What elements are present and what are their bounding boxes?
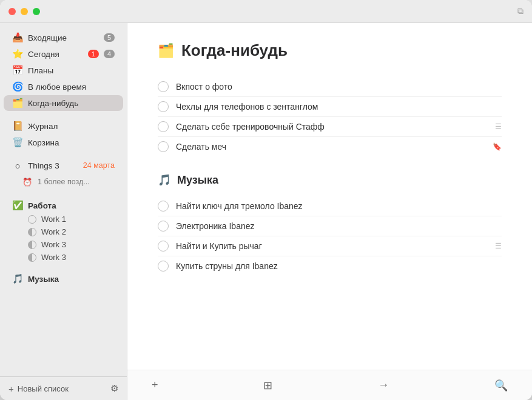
task-note-icon-3: ☰ bbox=[495, 122, 502, 131]
inbox-icon: 📥 bbox=[12, 32, 23, 43]
sidebar-item-someday[interactable]: 🗂️ Когда-нибудь bbox=[4, 95, 123, 111]
sidebar-item-things3[interactable]: ○ Things 3 24 марта bbox=[4, 158, 123, 173]
sidebar-item-label-inbox: Входящие bbox=[28, 33, 99, 42]
app-window: ⧉ 📥 Входящие 5 ⭐ Сегодня 1 4 📅 bbox=[0, 0, 532, 400]
sidebar-subitem-work2[interactable]: Work 2 bbox=[4, 225, 123, 238]
sidebar-item-anytime[interactable]: 🌀 В любое время bbox=[4, 79, 123, 95]
close-button[interactable] bbox=[8, 8, 16, 15]
work1-circle bbox=[28, 215, 36, 224]
task-item-4[interactable]: Сделать меч 🔖 bbox=[158, 137, 502, 156]
main-footer: + ⊞ → 🔍 bbox=[127, 370, 532, 400]
music-group-icon: 🎵 bbox=[158, 173, 171, 187]
sidebar-nav: 📥 Входящие 5 ⭐ Сегодня 1 4 📅 Планы 🌀 В л… bbox=[0, 23, 127, 376]
sidebar-item-plans[interactable]: 📅 Планы bbox=[4, 62, 123, 78]
main-content: 🗂️ Когда-нибудь Вкпост о фото Чехлы для … bbox=[127, 23, 532, 370]
task-item-8[interactable]: Купить струны для Ibanez bbox=[158, 256, 502, 276]
sidebar-section-music-label: Музыка bbox=[28, 275, 59, 284]
task-text-1: Вкпост о фото bbox=[176, 82, 502, 92]
new-list-button[interactable]: + Новый список bbox=[8, 384, 69, 394]
today-badge: 4 bbox=[104, 50, 115, 58]
things3-later-label: 1 более позд... bbox=[38, 178, 90, 186]
grid-view-button[interactable]: ⊞ bbox=[263, 379, 272, 392]
add-list-icon: + bbox=[8, 384, 14, 394]
task-note-icon-7: ☰ bbox=[495, 242, 502, 250]
task-circle-4 bbox=[158, 141, 169, 152]
things3-icon: ○ bbox=[12, 160, 23, 171]
sidebar-subitem-work1[interactable]: Work 1 bbox=[4, 213, 123, 225]
sidebar-item-things3-later[interactable]: ⏰ 1 более позд... bbox=[4, 174, 123, 190]
journal-icon: 📔 bbox=[12, 121, 23, 132]
today-icon: ⭐ bbox=[12, 48, 23, 59]
task-circle-6 bbox=[158, 221, 169, 232]
page-title-text: Когда-нибудь bbox=[181, 41, 288, 60]
task-note-icon-4: 🔖 bbox=[493, 142, 502, 151]
task-circle-7 bbox=[158, 241, 169, 252]
trash-icon: 🗑️ bbox=[12, 137, 23, 148]
sidebar-item-trash[interactable]: 🗑️ Корзина bbox=[4, 135, 123, 150]
work3b-circle bbox=[28, 253, 36, 262]
task-list-default: Вкпост о фото Чехлы для телефонов с зент… bbox=[158, 77, 502, 156]
task-text-7: Найти и Купить рычаг bbox=[176, 241, 488, 251]
sidebar-item-label-trash: Корзина bbox=[28, 138, 115, 147]
settings-icon: ⚙ bbox=[110, 383, 118, 394]
task-text-3: Сделать себе тренировочный Стафф bbox=[176, 122, 488, 132]
sidebar-item-label-plans: Планы bbox=[28, 66, 115, 75]
task-item-2[interactable]: Чехлы для телефонов с зентанглом bbox=[158, 97, 502, 117]
sidebar-item-journal[interactable]: 📔 Журнал bbox=[4, 118, 123, 134]
sidebar-item-inbox[interactable]: 📥 Входящие 5 bbox=[4, 30, 123, 45]
sidebar-item-label-journal: Журнал bbox=[28, 122, 115, 131]
task-item-3[interactable]: Сделать себе тренировочный Стафф ☰ bbox=[158, 117, 502, 137]
task-list-music: Найти ключ для тремоло Ibanez Электроник… bbox=[158, 196, 502, 276]
sidebar-subitem-work3a[interactable]: Work 3 bbox=[4, 238, 123, 251]
sidebar-item-today[interactable]: ⭐ Сегодня 1 4 bbox=[4, 46, 123, 62]
task-circle-2 bbox=[158, 101, 169, 112]
today-badge-extra: 1 bbox=[88, 50, 99, 58]
inbox-badge: 5 bbox=[104, 33, 115, 42]
work2-circle bbox=[28, 228, 36, 236]
task-text-8: Купить струны для Ibanez bbox=[176, 261, 502, 271]
sidebar-item-label-today: Сегодня bbox=[28, 50, 83, 59]
add-task-icon: + bbox=[152, 379, 158, 392]
task-circle-5 bbox=[158, 201, 169, 212]
add-task-button[interactable]: + bbox=[152, 379, 158, 392]
settings-button[interactable]: ⚙ bbox=[110, 383, 118, 394]
sidebar-footer: + Новый список ⚙ bbox=[0, 376, 127, 400]
task-circle-3 bbox=[158, 121, 169, 132]
titlebar: ⧉ bbox=[0, 0, 532, 23]
sidebar-subitem-work3b[interactable]: Work 3 bbox=[4, 251, 123, 264]
sidebar-things3-label: Things 3 bbox=[28, 161, 78, 170]
things3-date: 24 марта bbox=[83, 161, 115, 170]
arrow-icon: → bbox=[378, 379, 389, 392]
task-item-6[interactable]: Электроника Ibanez bbox=[158, 216, 502, 236]
sidebar-subitem-work2-label: Work 2 bbox=[41, 227, 66, 236]
task-text-2: Чехлы для телефонов с зентанглом bbox=[176, 102, 502, 112]
page-title: 🗂️ Когда-нибудь bbox=[158, 41, 502, 60]
sidebar-section-work-header: ✅ Работа bbox=[4, 199, 123, 212]
sidebar: 📥 Входящие 5 ⭐ Сегодня 1 4 📅 Планы 🌀 В л… bbox=[0, 23, 127, 400]
navigate-button[interactable]: → bbox=[378, 379, 389, 392]
music-group-title: Музыка bbox=[177, 174, 218, 187]
plans-icon: 📅 bbox=[12, 65, 23, 76]
maximize-button[interactable] bbox=[33, 8, 40, 15]
new-list-label: Новый список bbox=[18, 384, 69, 393]
sidebar-item-label-someday: Когда-нибудь bbox=[28, 99, 115, 108]
page-title-icon: 🗂️ bbox=[158, 43, 174, 59]
window-icon: ⧉ bbox=[517, 6, 524, 16]
task-text-6: Электроника Ibanez bbox=[176, 221, 502, 231]
things3-later-icon: ⏰ bbox=[22, 176, 33, 187]
task-circle-1 bbox=[158, 81, 169, 92]
sidebar-subitem-work3b-label: Work 3 bbox=[41, 253, 66, 262]
sidebar-section-work-label: Работа bbox=[28, 201, 56, 210]
task-item-5[interactable]: Найти ключ для тремоло Ibanez bbox=[158, 196, 502, 216]
search-button[interactable]: 🔍 bbox=[494, 379, 508, 392]
music-section-icon: 🎵 bbox=[12, 273, 23, 284]
task-item-7[interactable]: Найти и Купить рычаг ☰ bbox=[158, 236, 502, 256]
main-panel: 🗂️ Когда-нибудь Вкпост о фото Чехлы для … bbox=[127, 23, 532, 400]
minimize-button[interactable] bbox=[21, 8, 28, 15]
task-item-1[interactable]: Вкпост о фото bbox=[158, 77, 502, 97]
work3a-circle bbox=[28, 241, 36, 249]
anytime-icon: 🌀 bbox=[12, 81, 23, 92]
sidebar-subitem-work1-label: Work 1 bbox=[41, 215, 66, 224]
task-group-music: 🎵 Музыка Найти ключ для тремоло Ibanez Э… bbox=[158, 173, 502, 276]
someday-icon: 🗂️ bbox=[12, 98, 23, 108]
